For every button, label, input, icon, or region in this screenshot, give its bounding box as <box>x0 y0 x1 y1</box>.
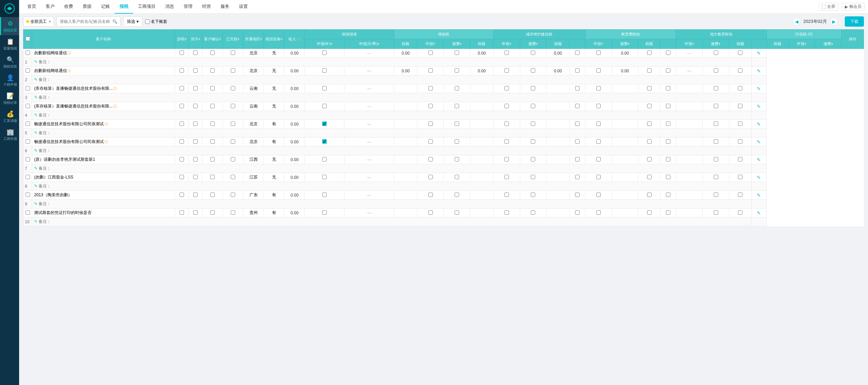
completed-checkbox[interactable] <box>231 157 235 161</box>
qingka-checkbox[interactable] <box>193 157 198 161</box>
caibaoyear-checkbox[interactable] <box>322 157 327 161</box>
nav-customer[interactable]: 客户 <box>41 0 59 14</box>
row-checkbox[interactable] <box>26 51 30 55</box>
caibaoyear-cell[interactable] <box>305 138 344 146</box>
yinhuajiao-cell[interactable] <box>729 120 751 129</box>
vip-button[interactable]: ▶ 畅会员 <box>842 3 865 11</box>
chenghijiao-checkbox[interactable] <box>531 175 535 179</box>
jiaoyushen-checkbox[interactable] <box>575 68 580 73</box>
chengshishen-cell[interactable] <box>493 191 520 200</box>
jiaoyujiao-checkbox[interactable] <box>596 68 601 73</box>
jiaoyushen-cell[interactable] <box>569 209 585 217</box>
remark-edit-icon[interactable]: ✎ <box>34 113 38 117</box>
remark-edit-icon[interactable]: ✎ <box>34 77 38 82</box>
yinhuajiao-checkbox[interactable] <box>738 175 742 179</box>
jiaoyushen-cell[interactable] <box>569 155 585 164</box>
customerconfirm-cell[interactable] <box>202 173 223 182</box>
difangjiao-cell[interactable] <box>660 138 676 146</box>
chengshishen-cell[interactable] <box>493 173 520 182</box>
difangshen-cell[interactable] <box>638 138 660 146</box>
chaoshui-checkbox[interactable] <box>180 104 184 108</box>
qingka-cell[interactable] <box>189 173 202 182</box>
yinhuajiao-cell[interactable] <box>729 173 751 182</box>
completed-checkbox[interactable] <box>231 210 235 215</box>
difangjiao-cell[interactable] <box>660 209 676 217</box>
chaoshui-cell[interactable] <box>175 49 189 58</box>
difangshen-checkbox[interactable] <box>647 139 652 144</box>
completed-checkbox[interactable] <box>231 68 235 73</box>
chengshishen-checkbox[interactable] <box>504 68 509 73</box>
difangjiao-checkbox[interactable] <box>666 86 670 90</box>
chaoshui-cell[interactable] <box>175 155 189 164</box>
chenghijiao-cell[interactable] <box>520 173 546 182</box>
jiaoyushen-checkbox[interactable] <box>575 210 580 215</box>
chenghijiao-cell[interactable] <box>520 191 546 200</box>
difangshen-cell[interactable] <box>638 120 660 129</box>
sidebar-item-piliangshuibao[interactable]: 📋 批量报税 <box>0 35 19 53</box>
chenghijiao-checkbox[interactable] <box>531 104 535 108</box>
customerconfirm-checkbox[interactable] <box>210 192 215 197</box>
jiaoyujiao-checkbox[interactable] <box>596 86 601 90</box>
chengshishen-checkbox[interactable] <box>504 122 509 126</box>
zengzhishen-checkbox[interactable] <box>428 210 433 215</box>
row-checkbox[interactable] <box>26 68 30 73</box>
difangjiao-cell[interactable] <box>660 84 676 93</box>
chenghijiao-checkbox[interactable] <box>531 139 535 144</box>
yinhuajiao-checkbox[interactable] <box>738 192 742 197</box>
zengzhijiao-checkbox[interactable] <box>455 51 459 55</box>
zengzhijiao-checkbox[interactable] <box>455 122 459 126</box>
difangjiao-cell[interactable] <box>660 155 676 164</box>
yinhuashen-cell[interactable] <box>702 173 729 182</box>
zengzhishen-checkbox[interactable] <box>428 157 433 161</box>
difangjiao-checkbox[interactable] <box>666 68 670 73</box>
jiaoyushen-cell[interactable] <box>569 84 585 93</box>
row-checkbox[interactable] <box>26 210 30 215</box>
difangjiao-checkbox[interactable] <box>666 122 670 126</box>
chengshishen-cell[interactable] <box>493 209 520 217</box>
row-checkbox[interactable] <box>26 175 30 179</box>
completed-checkbox[interactable] <box>231 122 235 126</box>
chengshishen-checkbox[interactable] <box>504 157 509 161</box>
caibaoyear-cell[interactable] <box>305 173 344 182</box>
sidebar-item-baoshuijilu[interactable]: 📝 报税记录 <box>0 89 19 108</box>
qingka-checkbox[interactable] <box>193 210 198 215</box>
yinhuashen-cell[interactable] <box>702 49 729 58</box>
difangjiao-cell[interactable] <box>660 102 676 111</box>
chenghijiao-checkbox[interactable] <box>531 86 535 90</box>
completed-cell[interactable] <box>223 67 243 75</box>
jiaoyujiao-cell[interactable] <box>585 155 612 164</box>
chengshishen-checkbox[interactable] <box>504 192 509 197</box>
search-input[interactable] <box>60 19 111 24</box>
chenghijiao-checkbox[interactable] <box>531 192 535 197</box>
chengshishen-cell[interactable] <box>493 67 520 75</box>
difangjiao-cell[interactable] <box>660 120 676 129</box>
chengshishen-cell[interactable] <box>493 120 520 129</box>
yinhuashen-cell[interactable] <box>702 67 729 75</box>
jiaoyujiao-checkbox[interactable] <box>596 122 601 126</box>
difangjiao-cell[interactable] <box>660 67 676 75</box>
yinhuajiao-cell[interactable] <box>729 102 751 111</box>
difangjiao-checkbox[interactable] <box>666 175 670 179</box>
qingka-cell[interactable] <box>189 209 202 217</box>
zengzhijiao-checkbox[interactable] <box>455 68 459 73</box>
yinhuajiao-checkbox[interactable] <box>738 157 742 161</box>
jiaoyujiao-cell[interactable] <box>585 120 612 129</box>
edit-action-cell[interactable]: ✎ <box>751 209 766 217</box>
zengzhishen-cell[interactable] <box>417 67 444 75</box>
difangjiao-checkbox[interactable] <box>666 192 670 197</box>
nav-industry[interactable]: 工商项目 <box>133 0 160 14</box>
yinhuashen-checkbox[interactable] <box>714 68 718 73</box>
chenghijiao-cell[interactable] <box>520 49 546 58</box>
prev-date-button[interactable]: ◀ <box>793 17 801 26</box>
completed-cell[interactable] <box>223 209 243 217</box>
nav-manage[interactable]: 管理 <box>179 0 197 14</box>
customerconfirm-cell[interactable] <box>202 67 223 75</box>
zengzhijiao-checkbox[interactable] <box>455 192 459 197</box>
chenghijiao-cell[interactable] <box>520 155 546 164</box>
chaoshui-checkbox[interactable] <box>180 86 184 90</box>
next-date-button[interactable]: ▶ <box>830 17 838 26</box>
qingka-checkbox[interactable] <box>193 122 198 126</box>
zengzhishen-checkbox[interactable] <box>428 68 433 73</box>
zengzhijiao-checkbox[interactable] <box>455 157 459 161</box>
qingka-checkbox[interactable] <box>193 175 198 179</box>
